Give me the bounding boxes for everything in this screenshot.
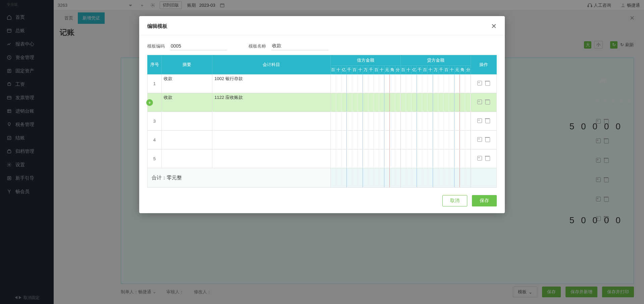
modal-backdrop (0, 0, 644, 11)
